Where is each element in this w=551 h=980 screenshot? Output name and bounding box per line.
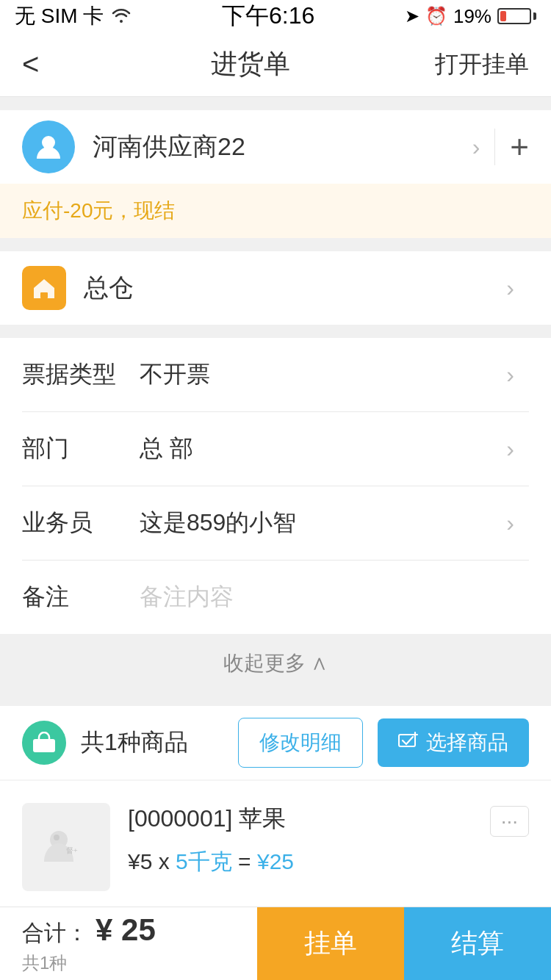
warehouse-icon — [22, 266, 66, 310]
department-label: 部门 — [22, 433, 140, 465]
product-thumb-icon: 督+ — [37, 825, 96, 869]
products-count: 共1种商品 — [81, 727, 223, 759]
divider-4 — [0, 693, 551, 706]
supplier-row[interactable]: 河南供应商22 › + — [0, 110, 551, 184]
house-icon — [31, 275, 57, 301]
salesman-value: 这是859的小智 — [140, 507, 506, 539]
salesman-chevron-icon: › — [506, 510, 514, 537]
divider-2 — [0, 238, 551, 251]
product-thumbnail: 督+ — [22, 803, 110, 891]
chevron-right-icon: › — [472, 134, 480, 161]
carrier-text: 无 SIM 卡 — [15, 2, 104, 30]
product-price-row: ¥5 x 5千克 = ¥25 — [128, 847, 472, 877]
collapse-toggle[interactable]: 收起更多 ∧ — [0, 634, 551, 693]
product-title: 苹果 — [239, 805, 286, 832]
warehouse-name: 总仓 — [84, 271, 506, 305]
svg-text:督+: 督+ — [66, 846, 78, 854]
divider-3 — [0, 325, 551, 338]
alarm-icon: ⏰ — [425, 6, 447, 26]
product-name: [0000001] 苹果 — [128, 803, 472, 835]
add-supplier-button[interactable]: + — [494, 129, 529, 165]
salesman-row[interactable]: 业务员 这是859的小智 › — [0, 486, 551, 560]
hold-button[interactable]: 挂单 — [257, 907, 404, 980]
total-label-row: 合计： ¥ 25 — [22, 912, 235, 948]
product-item: 督+ [0000001] 苹果 ¥5 x 5千克 = ¥25 ··· — [0, 781, 551, 913]
warehouse-row[interactable]: 总仓 › — [0, 251, 551, 325]
subtotal: ¥25 — [257, 849, 294, 873]
status-time: 下午6:16 — [222, 0, 314, 32]
select-product-button[interactable]: 选择商品 — [378, 718, 529, 767]
battery-percent: 19% — [453, 5, 491, 28]
warehouse-chevron-icon: › — [506, 275, 514, 302]
salesman-label: 业务员 — [22, 507, 140, 539]
more-button[interactable]: ··· — [490, 806, 529, 837]
checkout-button[interactable]: 结算 — [404, 907, 551, 980]
battery-icon — [497, 8, 536, 24]
total-amount: ¥ 25 — [96, 912, 156, 948]
products-icon — [22, 721, 66, 765]
status-right: ➤ ⏰ 19% — [405, 5, 536, 28]
bag-icon — [32, 732, 57, 754]
footer-total: 合计： ¥ 25 共1种 — [0, 907, 257, 980]
svg-point-5 — [54, 835, 60, 840]
total-label: 合计： — [22, 918, 88, 948]
invoice-type-row[interactable]: 票据类型 不开票 › — [0, 338, 551, 411]
collapse-label: 收起更多 ∧ — [223, 649, 328, 677]
quantity: 5千克 — [176, 849, 232, 873]
unit-price: ¥5 — [128, 849, 152, 873]
products-header: 共1种商品 修改明细 选择商品 — [0, 706, 551, 779]
department-row[interactable]: 部门 总 部 › — [0, 412, 551, 486]
department-value: 总 部 — [140, 433, 506, 465]
supplier-name: 河南供应商22 — [93, 130, 472, 164]
remark-input[interactable]: 备注内容 — [140, 581, 529, 613]
equals-sign: = — [238, 849, 257, 873]
remark-label: 备注 — [22, 581, 140, 613]
product-code: [0000001] — [128, 805, 239, 832]
product-info: [0000001] 苹果 ¥5 x 5千克 = ¥25 — [128, 803, 472, 891]
invoice-label: 票据类型 — [22, 359, 140, 391]
svg-rect-2 — [33, 739, 55, 752]
page-title: 进货单 — [211, 46, 290, 82]
divider-1 — [0, 97, 551, 110]
warehouse-section: 总仓 › — [0, 251, 551, 325]
back-button[interactable]: < — [22, 48, 66, 81]
select-product-icon — [398, 731, 419, 755]
products-section: 共1种商品 修改明细 选择商品 — [0, 706, 551, 779]
invoice-chevron-icon: › — [506, 361, 514, 389]
remark-row[interactable]: 备注 备注内容 — [0, 561, 551, 634]
status-left: 无 SIM 卡 — [15, 2, 132, 30]
nav-bar: < 进货单 打开挂单 — [0, 32, 551, 97]
supplier-section: 河南供应商22 › + 应付-20元，现结 — [0, 110, 551, 238]
svg-rect-1 — [40, 292, 48, 298]
edit-detail-button[interactable]: 修改明细 — [238, 718, 363, 768]
location-icon: ➤ — [405, 6, 419, 26]
select-product-label: 选择商品 — [426, 729, 508, 757]
open-hold-button[interactable]: 打开挂单 — [435, 48, 529, 81]
wifi-icon — [111, 4, 132, 28]
supplier-notice: 应付-20元，现结 — [0, 184, 551, 238]
form-section: 票据类型 不开票 › 部门 总 部 › 业务员 这是859的小智 › 备注 备注… — [0, 338, 551, 634]
invoice-value: 不开票 — [140, 359, 506, 391]
status-bar: 无 SIM 卡 下午6:16 ➤ ⏰ 19% — [0, 0, 551, 32]
department-chevron-icon: › — [506, 436, 514, 463]
total-count: 共1种 — [22, 951, 235, 975]
person-icon — [34, 132, 63, 162]
supplier-avatar — [22, 120, 75, 173]
multiply-sign: x — [159, 849, 176, 873]
product-more-actions: ··· — [490, 803, 529, 891]
footer: 合计： ¥ 25 共1种 挂单 结算 — [0, 907, 551, 980]
